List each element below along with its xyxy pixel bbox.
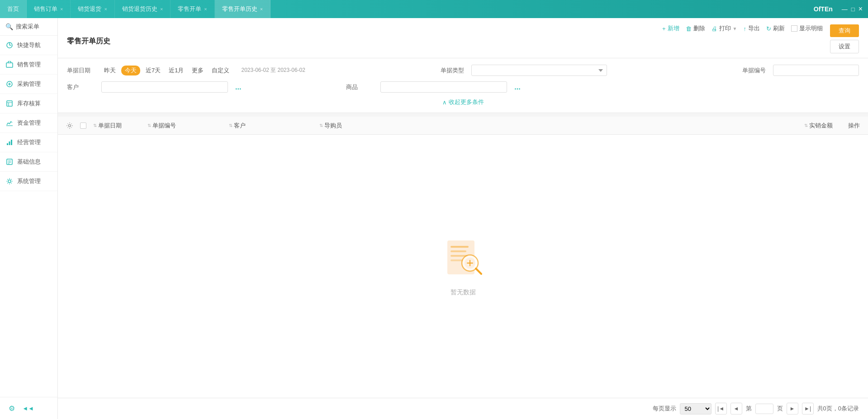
tab-home[interactable]: 首页 [0,0,27,18]
sidebar-item-finance[interactable]: 资金管理 [0,113,57,133]
customer-filter-label: 客户 [67,83,94,91]
svg-line-22 [476,268,481,274]
goods-more-icon[interactable]: ... [514,83,520,91]
add-icon: + [662,25,666,32]
svg-rect-3 [6,63,13,67]
date-opt-more[interactable]: 更多 [189,66,206,75]
th-customer[interactable]: ⇅ 客户 [225,122,316,130]
display-detail-button[interactable]: 显示明细 [791,24,823,33]
first-page-btn[interactable]: |◄ [715,403,727,414]
filter-row-date: 单据日期 昨天 今天 近7天 近1月 更多 自定义 2023-06-02 至 2… [67,65,859,76]
th-date[interactable]: ⇅ 单据日期 [90,122,144,130]
sidebar-item-basic-info[interactable]: 基础信息 [0,152,57,172]
chevron-up-icon: ∧ [442,99,447,106]
query-button[interactable]: 查询 [830,24,859,37]
sidebar-item-purchase-mgmt[interactable]: 采购管理 [0,75,57,94]
tab-sales-return-history[interactable]: 销货退货历史 × [115,0,171,18]
page-header: 零售开单历史 + 新增 🗑 删除 🖨 打印 ▼ [58,18,868,58]
num-filter-input[interactable] [773,65,859,76]
settings-icon[interactable]: ⚙ [5,402,18,414]
date-opt-7days[interactable]: 近7天 [143,66,163,75]
close-sales-return-history-icon[interactable]: × [160,6,163,12]
filter-row-customer: 客户 ... 商品 ... [67,81,859,93]
close-sales-return-icon[interactable]: × [104,6,107,12]
column-settings-icon[interactable] [62,122,77,129]
sidebar: 🔍 搜索采单 快捷导航 销售管理 采购管理 库存核算 [0,18,58,419]
sidebar-item-inventory[interactable]: 库存核算 [0,94,57,113]
prev-page-btn[interactable]: ◄ [730,403,742,414]
close-retail-open-icon[interactable]: × [204,6,207,12]
tab-home-label: 首页 [7,5,19,13]
sort-icon-date: ⇅ [93,123,97,128]
sidebar-item-system-label: 系统管理 [17,177,41,185]
export-button[interactable]: ↑ 导出 [744,24,760,33]
sort-icon-amount: ⇅ [804,123,808,128]
date-opt-custom[interactable]: 自定义 [209,66,232,75]
finance-icon [5,119,14,127]
svg-point-13 [8,180,11,183]
tab-retail-history[interactable]: 零售开单历史 × [215,0,270,18]
customer-more-icon[interactable]: ... [235,83,241,91]
type-filter-label: 单据类型 [441,66,464,75]
close-retail-history-icon[interactable]: × [260,6,263,12]
tab-retail-history-label: 零售开单历史 [222,5,257,13]
svg-rect-17 [451,250,466,252]
num-filter-label: 单据编号 [742,66,766,75]
th-amount[interactable]: ⇅ 实销金额 [370,122,836,130]
restore-btn[interactable]: □ [851,6,855,13]
collapse-row: ∧ 收起更多条件 [67,98,859,106]
close-sales-order-icon[interactable]: × [60,6,63,12]
sidebar-search[interactable]: 🔍 搜索采单 [0,18,57,36]
tab-retail-open[interactable]: 零售开单 × [171,0,214,18]
type-filter-select[interactable] [471,65,607,76]
tab-sales-return[interactable]: 销货退货 × [71,0,114,18]
empty-text: 暂无数据 [451,288,476,297]
delete-button[interactable]: 🗑 删除 [686,24,705,33]
total-label: 共0页，0条记录 [817,405,859,413]
sort-icon-guide: ⇅ [319,123,323,128]
print-button[interactable]: 🖨 打印 ▼ [711,24,737,33]
tab-sales-order[interactable]: 销售订单 × [27,0,71,18]
date-opt-1month[interactable]: 近1月 [166,66,186,75]
export-label: 导出 [748,24,760,33]
svg-rect-8 [11,140,12,145]
refresh-button[interactable]: ↻ 刷新 [766,24,785,33]
goods-filter-input[interactable] [380,81,507,93]
date-opt-yesterday[interactable]: 昨天 [101,66,119,75]
print-dropdown-icon: ▼ [733,26,737,31]
tab-retail-open-label: 零售开单 [178,5,201,13]
minimize-btn[interactable]: — [842,6,848,13]
th-guide[interactable]: ⇅ 导购员 [316,122,370,130]
last-page-btn[interactable]: ►| [802,403,814,414]
date-options: 昨天 今天 近7天 近1月 更多 自定义 [101,66,232,75]
th-number[interactable]: ⇅ 单据编号 [144,122,225,130]
sidebar-item-sales-mgmt[interactable]: 销售管理 [0,55,57,75]
svg-rect-6 [7,143,8,145]
tab-sales-order-label: 销售订单 [34,5,57,13]
date-opt-today[interactable]: 今天 [121,66,140,75]
pagination-bar: 每页显示 2050100200 |◄ ◄ 第 1 页 ► ►| 共0页，0条记录 [58,398,868,419]
sidebar-item-finance-label: 资金管理 [17,119,41,127]
settings-button[interactable]: 设置 [830,40,859,53]
customer-filter-input[interactable] [101,81,228,93]
close-btn[interactable]: × [859,5,863,13]
refresh-icon: ↻ [766,25,771,32]
refresh-label: 刷新 [773,24,785,33]
top-bar: 首页 销售订单 × 销货退货 × 销货退货历史 × 零售开单 × 零售开单历史 … [0,0,868,18]
page-size-select[interactable]: 2050100200 [680,403,711,414]
brand-label: OfTEn [808,5,838,13]
sidebar-item-quick-nav[interactable]: 快捷导航 [0,36,57,55]
sidebar-item-quick-nav-label: 快捷导航 [17,41,41,49]
collapse-button[interactable]: ∧ 收起更多条件 [67,98,859,106]
sidebar-item-operations[interactable]: 经营管理 [0,133,57,152]
select-all-checkbox[interactable] [77,122,90,129]
collapse-sidebar-icon[interactable]: ◄◄ [22,402,34,414]
print-icon: 🖨 [711,25,717,32]
next-page-btn[interactable]: ► [787,403,798,414]
page-number-input[interactable]: 1 [755,404,773,414]
add-button[interactable]: + 新增 [662,24,679,33]
main-layout: 🔍 搜索采单 快捷导航 销售管理 采购管理 库存核算 [0,18,868,419]
sidebar-item-system[interactable]: 系统管理 [0,172,57,191]
goods-filter-label: 商品 [346,83,373,91]
svg-rect-7 [9,141,10,145]
